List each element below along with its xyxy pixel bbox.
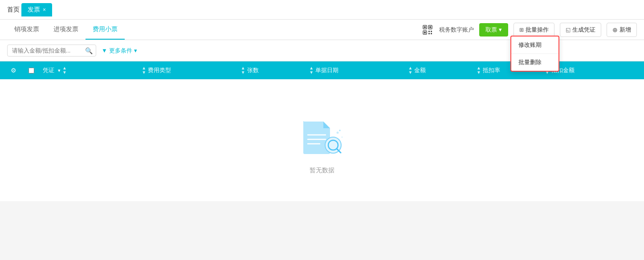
active-tab[interactable]: 发票 × bbox=[21, 3, 52, 16]
svg-rect-8 bbox=[428, 33, 430, 34]
empty-illustration bbox=[295, 115, 349, 159]
generate-voucher-button[interactable]: ◱ 生成凭证 bbox=[560, 23, 601, 37]
add-button[interactable]: ⊕ 新增 bbox=[607, 23, 637, 37]
th-voucher: 凭证 ▾ ▲▼ bbox=[39, 66, 138, 75]
tab-expense-receipt[interactable]: 费用小票 bbox=[86, 20, 125, 40]
svg-point-17 bbox=[342, 137, 343, 138]
top-nav: 首页 发票 × bbox=[0, 0, 644, 20]
count-sort[interactable]: ▲▼ bbox=[241, 66, 245, 75]
toolbar-right: 税务数字账户 取票 ▾ ⊞ 批量操作 ◱ 生成凭证 ⊕ 新增 bbox=[421, 23, 637, 37]
empty-state: 暂无数据 bbox=[0, 79, 644, 201]
batch-icon: ⊞ bbox=[519, 27, 524, 33]
checkbox-header-cell[interactable] bbox=[23, 68, 39, 73]
svg-rect-6 bbox=[428, 31, 430, 32]
search-button[interactable]: 🔍 bbox=[85, 47, 93, 54]
active-tab-label: 发票 bbox=[28, 6, 40, 14]
expense-sort[interactable]: ▲▼ bbox=[142, 66, 146, 75]
tax-digital-label[interactable]: 税务数字账户 bbox=[439, 26, 474, 34]
svg-point-18 bbox=[339, 130, 341, 131]
batch-operations-button[interactable]: ⊞ 批量操作 bbox=[514, 23, 554, 37]
svg-rect-3 bbox=[429, 26, 431, 28]
generate-icon: ◱ bbox=[566, 27, 571, 33]
th-amount: ▲▼ 金额 bbox=[405, 66, 473, 75]
tab-close-button[interactable]: × bbox=[43, 7, 46, 13]
more-conditions-button[interactable]: ▼ 更多条件 ▾ bbox=[102, 47, 137, 55]
search-input-wrap: 🔍 bbox=[7, 45, 96, 57]
search-input[interactable] bbox=[7, 45, 96, 57]
svg-rect-9 bbox=[431, 33, 432, 34]
th-expense-type: ▲▼ 费用类型 bbox=[138, 66, 237, 75]
settings-cell[interactable]: ⚙ bbox=[4, 67, 23, 74]
select-all-checkbox[interactable] bbox=[29, 68, 34, 73]
date-sort[interactable]: ▲▼ bbox=[309, 66, 314, 75]
plus-icon: ⊕ bbox=[612, 26, 618, 33]
empty-text: 暂无数据 bbox=[310, 167, 334, 175]
amount-sort[interactable]: ▲▼ bbox=[408, 66, 413, 75]
th-count: ▲▼ 张数 bbox=[237, 66, 306, 75]
home-link[interactable]: 首页 bbox=[7, 6, 20, 14]
sub-tabs: 销项发票 进项发票 费用小票 bbox=[7, 20, 125, 40]
tab-sales-invoice[interactable]: 销项发票 bbox=[7, 20, 46, 40]
dropdown-item-modify-period[interactable]: 修改账期 bbox=[511, 37, 558, 54]
voucher-sort[interactable]: ▲▼ bbox=[62, 66, 67, 75]
svg-rect-7 bbox=[431, 31, 432, 32]
take-ticket-button[interactable]: 取票 ▾ bbox=[479, 23, 508, 37]
table-container: ⚙ 凭证 ▾ ▲▼ ▲▼ 费用类型 ▲▼ 张数 ▲▼ 单据日期 ▲▼ 金额 ▲▼… bbox=[0, 61, 644, 201]
dropdown-item-batch-delete[interactable]: 批量删除 bbox=[511, 54, 558, 71]
svg-rect-5 bbox=[424, 32, 426, 33]
th-date: ▲▼ 单据日期 bbox=[306, 66, 404, 75]
qr-icon[interactable] bbox=[421, 24, 434, 36]
filter-icon: ▼ bbox=[102, 47, 107, 54]
svg-rect-1 bbox=[424, 26, 426, 28]
tab-purchase-invoice[interactable]: 进项发票 bbox=[46, 20, 86, 40]
gear-icon: ⚙ bbox=[11, 67, 16, 74]
svg-point-16 bbox=[337, 132, 339, 134]
deduct-rate-sort[interactable]: ▲▼ bbox=[477, 66, 481, 75]
batch-dropdown-menu: 修改账期 批量删除 bbox=[510, 36, 559, 72]
voucher-filter-icon[interactable]: ▾ bbox=[58, 68, 61, 73]
